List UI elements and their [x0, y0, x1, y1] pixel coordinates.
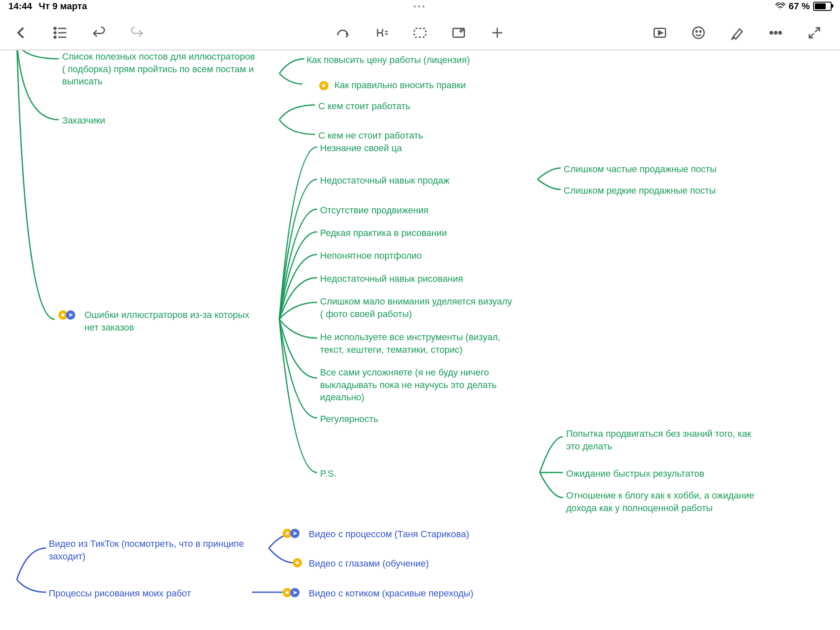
node-m5[interactable]: Непонятное портфолио	[320, 249, 422, 262]
status-time: 14:44	[8, 1, 32, 12]
node-processes[interactable]: Процессы рисования моих работ	[49, 587, 191, 600]
svg-point-13	[696, 31, 697, 32]
relation-button[interactable]	[334, 24, 352, 42]
node-clients[interactable]: Заказчики	[62, 114, 105, 127]
node-m10[interactable]: Регулярность	[320, 413, 378, 425]
svg-point-12	[693, 27, 704, 39]
fullscreen-button[interactable]	[806, 24, 823, 42]
double-badge-icon: ★➤	[58, 310, 75, 320]
node-mistakes[interactable]: ★➤ Ошибки иллюстраторов из-за которых не…	[84, 309, 265, 333]
node-tiktok[interactable]: Видео из ТикТок (посмотреть, что в принц…	[49, 538, 263, 562]
star-badge-icon: ★	[293, 558, 302, 567]
battery-pct: 67 %	[789, 1, 810, 12]
highlight-button[interactable]	[728, 24, 746, 42]
node-mistakes-label: Ошибки иллюстраторов из-за которых нет з…	[84, 310, 249, 333]
svg-point-15	[770, 32, 773, 34]
node-edits-label: Как правильно вносить правки	[334, 80, 466, 90]
node-v3-label: Видео с котиком (красивые переходы)	[309, 588, 473, 598]
redo-button[interactable]	[129, 24, 146, 42]
node-ps3[interactable]: Отношение к блогу как к хобби, а ожидани…	[566, 489, 759, 514]
node-s1[interactable]: Слишком частые продажные посты	[564, 163, 717, 176]
node-m8[interactable]: Не используете все инструменты (визуал, …	[320, 331, 505, 356]
wifi-icon	[775, 3, 785, 10]
star-badge-icon: ★	[319, 81, 328, 90]
svg-rect-7	[453, 29, 465, 37]
node-m3[interactable]: Отсутствие продвижения	[320, 204, 428, 217]
node-m7[interactable]: Слишком мало внимания уделяется визуалу …	[320, 295, 513, 320]
double-badge-icon: ★➤	[283, 588, 299, 597]
node-ps2[interactable]: Ожидание быстрых результатов	[566, 467, 704, 480]
svg-point-0	[54, 27, 56, 29]
toolbar	[0, 16, 840, 50]
node-m1[interactable]: Незнание своей ца	[320, 142, 402, 155]
edit-button[interactable]	[450, 24, 467, 42]
svg-rect-6	[415, 29, 426, 37]
bracket-button[interactable]	[373, 24, 390, 42]
double-badge-icon: ★➤	[283, 529, 299, 538]
mindmap-canvas[interactable]: Список полезных постов для иллюстраторов…	[0, 50, 840, 630]
svg-point-4	[54, 36, 56, 38]
svg-point-17	[779, 32, 782, 34]
node-m2[interactable]: Недостаточный навык продаж	[320, 174, 449, 187]
status-left: 14:44 Чт 9 марта	[8, 1, 87, 12]
node-v1-label: Видео с процессом (Таня Старикова)	[309, 529, 469, 539]
svg-point-2	[54, 32, 56, 34]
svg-marker-11	[659, 31, 662, 35]
emoji-button[interactable]	[690, 24, 707, 42]
add-button[interactable]	[488, 24, 506, 42]
node-m6[interactable]: Недостаточный навык рисования	[320, 273, 463, 285]
status-center-dots: •••	[414, 2, 427, 11]
node-posts-list[interactable]: Список полезных постов для иллюстраторов…	[62, 50, 260, 88]
node-edits[interactable]: ★ Как правильно вносить правки	[319, 79, 466, 92]
more-button[interactable]	[767, 24, 785, 42]
status-right: 67 %	[775, 1, 832, 12]
node-m11[interactable]: P.S.	[320, 467, 336, 480]
play-button[interactable]	[651, 24, 669, 42]
selection-button[interactable]	[411, 24, 429, 42]
node-price[interactable]: Как повысить цену работы (лицензия)	[307, 54, 470, 66]
svg-point-14	[700, 31, 701, 32]
status-date: Чт 9 марта	[39, 1, 87, 12]
node-m9[interactable]: Все сами усложняете (я не буду ничего вы…	[320, 366, 505, 404]
node-v1[interactable]: ★➤ Видео с процессом (Таня Старикова)	[309, 528, 469, 541]
outline-button[interactable]	[51, 24, 69, 42]
back-button[interactable]	[13, 24, 30, 42]
node-s2[interactable]: Слишком редкие продажные посты	[564, 184, 716, 197]
undo-button[interactable]	[90, 24, 108, 42]
node-v3[interactable]: ★➤ Видео с котиком (красивые переходы)	[309, 587, 473, 600]
svg-point-16	[774, 32, 777, 34]
node-v2-label: Видео с глазами (обучение)	[309, 558, 429, 569]
node-m4[interactable]: Редкая практика в рисовании	[320, 227, 447, 239]
node-work-with[interactable]: С кем стоит работать	[318, 100, 410, 113]
node-not-work-with[interactable]: С кем не стоит работать	[318, 129, 423, 142]
node-ps1[interactable]: Попытка продвигаться без знаний того, ка…	[566, 428, 759, 452]
battery-icon	[813, 2, 832, 11]
status-bar: 14:44 Чт 9 марта ••• 67 %	[0, 0, 840, 13]
node-v2[interactable]: ★ Видео с глазами (обучение)	[309, 557, 429, 570]
